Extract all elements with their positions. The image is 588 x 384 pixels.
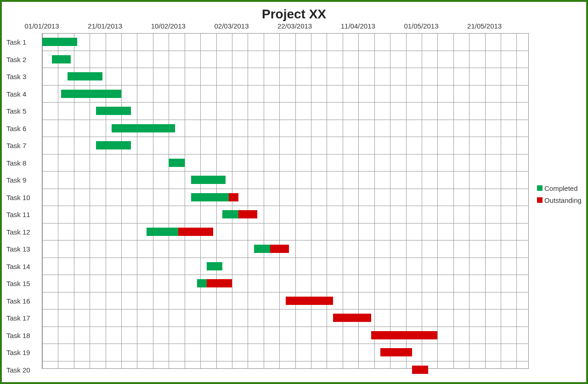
task-label: Task 19 <box>6 349 42 356</box>
task-bar <box>254 245 289 253</box>
task-bar <box>207 262 222 270</box>
x-axis-labels: 01/01/201321/01/201310/02/201302/03/2013… <box>7 22 529 33</box>
gantt-row: Task 19 <box>42 344 528 361</box>
gantt-row: Task 7 <box>42 137 528 154</box>
legend-completed-label: Completed <box>544 184 578 192</box>
task-bar <box>147 228 213 236</box>
task-bar-outstanding <box>229 193 238 201</box>
task-bar-completed <box>169 159 184 167</box>
task-bar-completed <box>68 72 102 80</box>
gantt-row: Task 6 <box>42 120 528 137</box>
task-bar-completed <box>42 38 77 46</box>
task-bar <box>61 90 121 98</box>
task-bar <box>191 176 226 184</box>
task-label: Task 13 <box>6 245 42 253</box>
task-bar <box>112 124 175 132</box>
gantt-rows: Task 1Task 2Task 3Task 4Task 5Task 6Task… <box>42 34 528 378</box>
task-bar-completed <box>254 245 270 253</box>
x-axis-tick-label: 02/03/2013 <box>214 22 249 30</box>
task-bar-completed <box>147 228 178 236</box>
x-axis-tick-label: 01/01/2013 <box>24 22 59 30</box>
task-bar-outstanding <box>333 314 371 322</box>
task-bar-outstanding <box>286 297 333 305</box>
task-label: Task 18 <box>6 331 42 339</box>
task-label: Task 20 <box>6 366 42 373</box>
task-bar <box>191 193 238 201</box>
gantt-row: Task 15 <box>42 275 528 292</box>
task-label: Task 14 <box>6 262 42 270</box>
gantt-row: Task 14 <box>42 258 528 275</box>
gantt-row: Task 5 <box>42 102 528 120</box>
task-bar-outstanding <box>412 366 428 374</box>
chart-frame: Project XX 01/01/201321/01/201310/02/201… <box>0 0 588 384</box>
gantt-row: Task 20 <box>42 361 528 378</box>
task-bar-completed <box>52 55 71 63</box>
task-bar <box>286 297 333 305</box>
task-bar <box>42 38 77 46</box>
gantt-plot: Task 1Task 2Task 3Task 4Task 5Task 6Task… <box>42 33 529 369</box>
task-label: Task 11 <box>6 211 42 218</box>
task-bar-completed <box>191 193 229 201</box>
task-label: Task 8 <box>6 159 42 166</box>
task-label: Task 7 <box>6 142 42 149</box>
x-axis-tick-label: 21/05/2013 <box>467 22 502 30</box>
task-label: Task 1 <box>6 38 42 46</box>
task-bar-completed <box>61 90 121 98</box>
task-label: Task 4 <box>6 90 42 97</box>
task-label: Task 2 <box>6 55 42 63</box>
task-bar <box>96 107 131 115</box>
task-bar-outstanding <box>238 210 257 218</box>
chart-body: 01/01/201321/01/201310/02/201302/03/2013… <box>7 22 581 369</box>
chart-title: Project XX <box>7 6 581 22</box>
task-bar <box>371 331 438 339</box>
outstanding-color-icon <box>537 197 543 203</box>
x-axis-tick-label: 22/03/2013 <box>277 22 312 30</box>
task-bar-completed <box>96 141 131 149</box>
gantt-row: Task 16 <box>42 292 528 309</box>
task-bar <box>68 72 102 80</box>
task-bar <box>333 314 371 322</box>
task-label: Task 6 <box>6 124 42 132</box>
task-label: Task 9 <box>6 176 42 184</box>
task-label: Task 3 <box>6 73 42 80</box>
task-bar <box>380 348 412 356</box>
task-label: Task 10 <box>6 193 42 201</box>
legend: Completed Outstanding <box>537 183 582 208</box>
task-bar <box>222 210 257 218</box>
task-bar <box>412 366 428 374</box>
gantt-row: Task 12 <box>42 223 528 241</box>
task-bar <box>197 279 232 287</box>
task-bar-completed <box>112 124 175 132</box>
gantt-row: Task 3 <box>42 68 528 85</box>
gantt-row: Task 1 <box>42 34 528 51</box>
x-axis-tick-label: 21/01/2013 <box>88 22 122 30</box>
task-bar-outstanding <box>380 348 412 356</box>
legend-item-outstanding: Outstanding <box>537 196 582 204</box>
gantt-row: Task 11 <box>42 206 528 223</box>
gantt-row: Task 2 <box>42 51 528 68</box>
task-bar <box>52 55 71 63</box>
task-bar-outstanding <box>207 279 232 287</box>
task-bar <box>96 141 131 149</box>
gantt-row: Task 8 <box>42 154 528 172</box>
task-bar-completed <box>197 279 207 287</box>
task-bar-completed <box>191 176 226 184</box>
task-bar <box>169 159 184 167</box>
x-axis-tick-label: 11/04/2013 <box>341 22 375 30</box>
gantt-row: Task 17 <box>42 309 528 327</box>
legend-outstanding-label: Outstanding <box>544 196 582 204</box>
task-bar-completed <box>96 107 131 115</box>
task-bar-completed <box>222 210 238 218</box>
x-axis-tick-label: 01/05/2013 <box>404 22 438 30</box>
gantt-row: Task 4 <box>42 85 528 103</box>
legend-item-completed: Completed <box>537 184 582 192</box>
task-label: Task 17 <box>6 314 42 322</box>
gantt-row: Task 13 <box>42 240 528 258</box>
task-bar-outstanding <box>371 331 438 339</box>
gantt-row: Task 9 <box>42 171 528 189</box>
task-label: Task 12 <box>6 228 42 235</box>
task-label: Task 16 <box>6 297 42 304</box>
gantt-row: Task 18 <box>42 327 528 344</box>
task-bar-outstanding <box>178 228 213 236</box>
x-axis-tick-label: 10/02/2013 <box>151 22 186 30</box>
